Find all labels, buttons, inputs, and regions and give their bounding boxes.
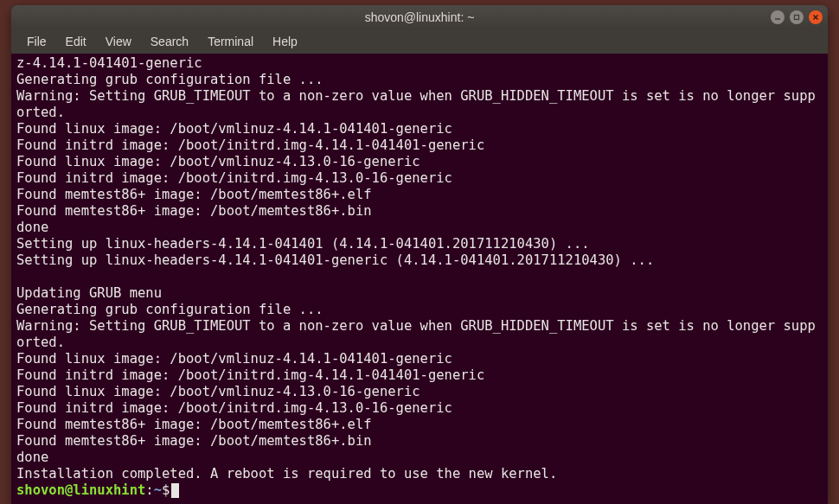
titlebar: shovon@linuxhint: ~	[11, 5, 828, 29]
terminal-line: Warning: Setting GRUB_TIMEOUT to a non-z…	[16, 318, 816, 350]
terminal-line: Found memtest86+ image: /boot/memtest86+…	[16, 187, 372, 202]
terminal-window: shovon@linuxhint: ~ File Edit View Searc…	[11, 5, 828, 504]
maximize-button[interactable]	[790, 10, 804, 24]
terminal-line: Found initrd image: /boot/initrd.img-4.1…	[16, 367, 484, 383]
prompt-user-host: shovon@linuxhint	[16, 482, 145, 498]
terminal-line: Found initrd image: /boot/initrd.img-4.1…	[16, 400, 452, 416]
terminal-line: Found memtest86+ image: /boot/memtest86+…	[16, 417, 372, 432]
terminal-line: Found memtest86+ image: /boot/memtest86+…	[16, 203, 372, 219]
menu-help[interactable]: Help	[264, 31, 306, 52]
menu-edit[interactable]: Edit	[57, 31, 95, 52]
prompt-colon: :	[145, 482, 153, 498]
minimize-button[interactable]	[771, 10, 785, 24]
window-controls	[771, 10, 823, 24]
menu-terminal[interactable]: Terminal	[199, 31, 262, 52]
terminal-line: Setting up linux-headers-4.14.1-041401-g…	[16, 252, 654, 268]
terminal-line: z-4.14.1-041401-generic	[16, 55, 202, 71]
terminal-line: Found linux image: /boot/vmlinuz-4.13.0-…	[16, 154, 420, 169]
terminal-line: Generating grub configuration file ...	[16, 72, 323, 87]
window-title: shovon@linuxhint: ~	[365, 10, 475, 24]
terminal-line: Setting up linux-headers-4.14.1-041401 (…	[16, 236, 590, 252]
prompt-symbol: $	[162, 482, 170, 498]
menu-search[interactable]: Search	[142, 31, 197, 52]
terminal-line: Updating GRUB menu	[16, 285, 162, 301]
terminal-line: Found linux image: /boot/vmlinuz-4.13.0-…	[16, 384, 420, 399]
terminal-line: Found initrd image: /boot/initrd.img-4.1…	[16, 137, 484, 153]
terminal-line: Warning: Setting GRUB_TIMEOUT to a non-z…	[16, 88, 816, 120]
prompt-path: ~	[154, 482, 162, 498]
terminal-line: done	[16, 220, 48, 235]
terminal-line: Found memtest86+ image: /boot/memtest86+…	[16, 433, 372, 449]
close-button[interactable]	[809, 10, 823, 24]
menu-file[interactable]: File	[18, 31, 55, 52]
terminal-line: Installation completed. A reboot is requ…	[16, 466, 557, 482]
terminal-line: Found linux image: /boot/vmlinuz-4.14.1-…	[16, 121, 452, 137]
terminal-line: Found initrd image: /boot/initrd.img-4.1…	[16, 170, 452, 186]
cursor	[171, 483, 179, 498]
menubar: File Edit View Search Terminal Help	[11, 29, 828, 54]
terminal-line: done	[16, 450, 48, 465]
menu-view[interactable]: View	[97, 31, 140, 52]
svg-rect-1	[795, 16, 799, 20]
terminal-line: Generating grub configuration file ...	[16, 302, 323, 317]
terminal-output[interactable]: z-4.14.1-041401-generic Generating grub …	[11, 54, 828, 504]
terminal-line: Found linux image: /boot/vmlinuz-4.14.1-…	[16, 351, 452, 367]
